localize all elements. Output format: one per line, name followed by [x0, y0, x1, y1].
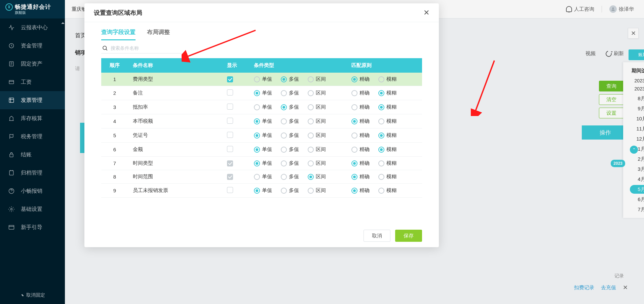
- radio-single[interactable]: 单值: [254, 146, 272, 153]
- radio-single[interactable]: 单值: [254, 160, 272, 166]
- radio-range[interactable]: 区间: [308, 104, 326, 110]
- cell-type: 单值多值区间: [249, 73, 347, 86]
- cancel-button[interactable]: 取消: [364, 230, 390, 242]
- radio-multi[interactable]: 多值: [281, 174, 299, 180]
- table-row: 3抵扣率单值多值区间精确模糊: [101, 100, 422, 114]
- radio-exact[interactable]: 精确: [351, 76, 370, 82]
- table-row: 6金额单值多值区间精确模糊: [101, 143, 422, 157]
- radio-dot: [378, 132, 384, 139]
- radio-multi[interactable]: 多值: [281, 160, 299, 166]
- radio-label: 单值: [262, 90, 272, 96]
- type-radios: 单值多值区间: [254, 146, 342, 153]
- radio-label: 单值: [262, 160, 272, 166]
- radio-single[interactable]: 单值: [254, 76, 272, 82]
- radio-multi[interactable]: 多值: [281, 187, 299, 194]
- radio-range[interactable]: 区间: [308, 132, 326, 139]
- radio-dot: [281, 132, 287, 139]
- rule-radios: 精确模糊: [351, 146, 417, 153]
- tab-layout-adjust[interactable]: 布局调整: [147, 26, 170, 40]
- tab-query-fields[interactable]: 查询字段设置: [101, 26, 136, 40]
- search-box[interactable]: [101, 43, 185, 53]
- radio-multi[interactable]: 多值: [281, 132, 299, 139]
- radio-exact[interactable]: 精确: [351, 104, 370, 110]
- radio-multi[interactable]: 多值: [281, 104, 299, 110]
- radio-label: 区间: [316, 118, 326, 124]
- show-checkbox[interactable]: [227, 118, 233, 124]
- radio-dot: [308, 147, 314, 153]
- radio-exact[interactable]: 精确: [351, 90, 370, 96]
- radio-exact[interactable]: 精确: [351, 146, 370, 153]
- radio-label: 模糊: [386, 160, 396, 166]
- radio-single[interactable]: 单值: [254, 187, 272, 194]
- radio-dot: [351, 174, 357, 180]
- cell-name: 本币税额: [128, 114, 222, 128]
- radio-exact[interactable]: 精确: [351, 132, 370, 139]
- radio-label: 单值: [262, 146, 272, 153]
- radio-single[interactable]: 单值: [254, 132, 272, 139]
- radio-range[interactable]: 区间: [308, 118, 326, 124]
- cell-order: 1: [101, 73, 128, 86]
- show-checkbox[interactable]: [227, 104, 233, 110]
- modal-close-icon[interactable]: ✕: [423, 8, 429, 17]
- radio-dot: [254, 76, 260, 82]
- radio-dot: [281, 160, 287, 166]
- radio-dot: [281, 147, 287, 153]
- cell-type: 单值多值区间: [249, 86, 347, 100]
- radio-range[interactable]: 区间: [308, 187, 326, 194]
- save-button[interactable]: 保存: [395, 230, 422, 242]
- radio-dot: [308, 118, 314, 124]
- show-checkbox[interactable]: [227, 187, 233, 193]
- radio-exact[interactable]: 精确: [351, 174, 370, 180]
- radio-dot: [378, 174, 384, 180]
- radio-fuzzy[interactable]: 模糊: [378, 104, 396, 110]
- radio-dot: [281, 76, 287, 82]
- radio-range[interactable]: 区间: [308, 160, 326, 166]
- cell-type: 单值多值区间: [249, 170, 347, 184]
- radio-range[interactable]: 区间: [308, 90, 326, 96]
- radio-dot: [254, 90, 260, 96]
- radio-label: 多值: [289, 90, 299, 96]
- radio-dot: [254, 174, 260, 180]
- radio-fuzzy[interactable]: 模糊: [378, 187, 396, 194]
- show-checkbox[interactable]: [227, 76, 233, 82]
- radio-dot: [254, 104, 260, 110]
- radio-fuzzy[interactable]: 模糊: [378, 90, 396, 96]
- cell-rule: 精确模糊: [347, 114, 422, 128]
- radio-dot: [351, 147, 357, 153]
- radio-exact[interactable]: 精确: [351, 160, 370, 166]
- cell-name: 员工未报销发票: [128, 184, 222, 198]
- show-checkbox[interactable]: [227, 146, 233, 152]
- radio-single[interactable]: 单值: [254, 118, 272, 124]
- show-checkbox[interactable]: [227, 132, 233, 138]
- radio-multi[interactable]: 多值: [281, 76, 299, 82]
- radio-multi[interactable]: 多值: [281, 90, 299, 96]
- rule-radios: 精确模糊: [351, 76, 417, 82]
- type-radios: 单值多值区间: [254, 90, 342, 96]
- radio-single[interactable]: 单值: [254, 174, 272, 180]
- radio-single[interactable]: 单值: [254, 104, 272, 110]
- radio-single[interactable]: 单值: [254, 90, 272, 96]
- cell-show: [222, 157, 249, 170]
- radio-fuzzy[interactable]: 模糊: [378, 132, 396, 139]
- radio-multi[interactable]: 多值: [281, 118, 299, 124]
- radio-fuzzy[interactable]: 模糊: [378, 174, 396, 180]
- radio-fuzzy[interactable]: 模糊: [378, 146, 396, 153]
- radio-label: 多值: [289, 187, 299, 194]
- show-checkbox[interactable]: [227, 89, 233, 96]
- radio-fuzzy[interactable]: 模糊: [378, 160, 396, 166]
- radio-label: 精确: [359, 146, 370, 153]
- radio-range[interactable]: 区间: [308, 146, 326, 153]
- radio-exact[interactable]: 精确: [351, 118, 370, 124]
- radio-fuzzy[interactable]: 模糊: [378, 76, 396, 82]
- cell-rule: 精确模糊: [347, 157, 422, 170]
- radio-label: 模糊: [386, 187, 396, 194]
- search-input[interactable]: [111, 45, 185, 51]
- radio-range[interactable]: 区间: [308, 76, 326, 82]
- radio-range[interactable]: 区间: [308, 174, 326, 180]
- radio-label: 多值: [289, 160, 299, 166]
- radio-exact[interactable]: 精确: [351, 187, 370, 194]
- radio-fuzzy[interactable]: 模糊: [378, 118, 396, 124]
- col-show: 显示: [222, 58, 249, 73]
- cell-rule: 精确模糊: [347, 170, 422, 184]
- radio-multi[interactable]: 多值: [281, 146, 299, 153]
